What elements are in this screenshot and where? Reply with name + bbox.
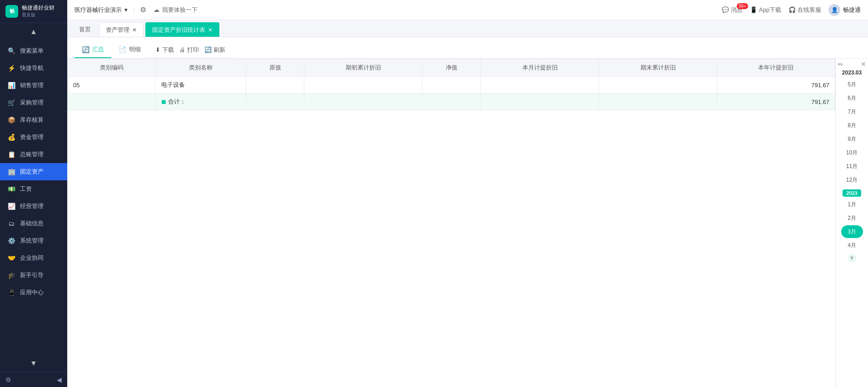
sidebar-item-salary[interactable]: 💵 工资: [0, 180, 67, 198]
chevron-down-icon: ▾: [124, 6, 128, 13]
month-9[interactable]: 9月: [841, 133, 863, 145]
search-icon: 🔍: [7, 47, 15, 55]
topbar-divider: |: [133, 6, 134, 13]
tab-fixed-depreciation[interactable]: 固定资产折旧统计表 ✕: [145, 22, 219, 37]
month-12[interactable]: 12月: [841, 174, 863, 186]
inventory-icon: 📦: [7, 116, 15, 124]
subtab-summary[interactable]: 🔄 汇总: [74, 42, 111, 58]
month-3[interactable]: 3月: [841, 225, 863, 238]
month-4[interactable]: 4月: [841, 239, 863, 252]
ops-icon: 📈: [7, 202, 15, 210]
data-table: 类别编码 类别名称 原值 期初累计折旧 净值 本月计提折旧 期末累计折旧 本年计…: [67, 59, 835, 110]
company-name: 医疗器械行业演示: [74, 6, 122, 14]
subtotal-monthly: [481, 94, 599, 110]
sidebar-item-ledger[interactable]: 📋 总账管理: [0, 146, 67, 163]
sidebar-scroll-up[interactable]: ▲: [30, 28, 37, 36]
month-8[interactable]: 8月: [841, 119, 863, 132]
sidebar-item-guide[interactable]: 🎓 新手引导: [0, 267, 67, 284]
sidebar-item-sales[interactable]: 📊 销售管理: [0, 77, 67, 94]
subtotal-code: [68, 94, 156, 110]
tabsbar: 首页 资产管理 ✕ 固定资产折旧统计表 ✕: [67, 20, 868, 37]
tab-home[interactable]: 首页: [73, 22, 97, 37]
topbar-settings-icon[interactable]: ⚙: [140, 5, 146, 14]
current-year-badge: 2023: [843, 189, 861, 197]
sidebar-item-label: 工资: [20, 185, 32, 193]
purchase-icon: 🛒: [7, 99, 15, 107]
headset-icon: 🎧: [789, 6, 796, 13]
main-area: 医疗器械行业演示 ▾ | ⚙ ☁ 我要体验一下 💬 消息 99+ 📱 App下载…: [67, 0, 868, 387]
collapse-sidebar-icon[interactable]: ◀: [57, 376, 62, 383]
basic-icon: 🗂: [7, 219, 15, 228]
collab-icon: 🤝: [7, 254, 15, 262]
subtab-detail[interactable]: 📄 明细: [111, 42, 148, 58]
toolbar: ⬇ 下载 🖨 打印 🔄 刷新: [148, 42, 233, 58]
print-label: 打印: [187, 46, 199, 54]
sidebar-item-apps[interactable]: 📱 应用中心: [0, 284, 67, 301]
online-service-button[interactable]: 🎧 在线客服: [789, 6, 821, 14]
panel-nav-down-icon[interactable]: ▼: [848, 254, 856, 262]
sidebar-scroll-down[interactable]: ▼: [30, 359, 37, 367]
sidebar-item-collab[interactable]: 🤝 企业协同: [0, 249, 67, 267]
sidebar-item-label: 总账管理: [20, 150, 44, 159]
tab-asset-mgmt[interactable]: 资产管理 ✕: [99, 22, 144, 37]
data-table-wrap: 类别编码 类别名称 原值 期初累计折旧 净值 本月计提折旧 期末累计折旧 本年计…: [67, 59, 835, 387]
sidebar-item-label: 库存核算: [20, 116, 44, 124]
sidebar-item-basic[interactable]: 🗂 基础信息: [0, 215, 67, 232]
print-button[interactable]: 🖨 打印: [179, 46, 199, 54]
sidebar-item-fixed[interactable]: 🏢 固定资产: [0, 163, 67, 180]
download-button[interactable]: ⬇ 下载: [155, 46, 174, 54]
panel-close-icon[interactable]: ✕: [861, 60, 866, 68]
month-7[interactable]: 7月: [841, 105, 863, 118]
refresh-button[interactable]: 🔄 刷新: [204, 46, 225, 54]
cloud-icon: ☁: [154, 6, 159, 13]
download-icon: ⬇: [155, 46, 160, 53]
subtab-summary-label: 汇总: [92, 45, 104, 54]
month-10[interactable]: 10月: [841, 146, 863, 159]
sidebar-item-label: 快捷导航: [20, 64, 44, 72]
sidebar-item-finance[interactable]: 💰 资金管理: [0, 129, 67, 146]
cell-end-accum: [599, 77, 717, 94]
subtotal-initial-accum: [304, 94, 422, 110]
sidebar-item-label: 资金管理: [20, 133, 44, 141]
detail-icon: 📄: [119, 46, 126, 53]
company-selector[interactable]: 医疗器械行业演示 ▾: [74, 6, 128, 14]
month-2[interactable]: 2月: [841, 212, 863, 224]
sidebar-item-system[interactable]: ⚙️ 系统管理: [0, 232, 67, 249]
sidebar-item-ops[interactable]: 📈 经营管理: [0, 198, 67, 215]
month-5[interactable]: 5月: [841, 78, 863, 91]
col-header-original: 原值: [246, 59, 304, 77]
content-area: 🔄 汇总 📄 明细 ⬇ 下载 🖨 打印 🔄 刷新: [67, 37, 868, 387]
subtotal-expand-icon: ◼: [161, 98, 166, 105]
month-1[interactable]: 1月: [841, 198, 863, 211]
apps-icon: 📱: [7, 288, 15, 297]
sidebar-item-purchase[interactable]: 🛒 采购管理: [0, 94, 67, 111]
sidebar-item-label: 固定资产: [20, 168, 44, 176]
sales-icon: 📊: [7, 81, 15, 89]
month-6[interactable]: 6月: [841, 92, 863, 104]
tab-asset-mgmt-label: 资产管理: [106, 26, 129, 34]
experience-button[interactable]: ☁ 我要体验一下: [154, 6, 198, 14]
app-download-button[interactable]: 📱 App下载: [750, 6, 781, 14]
month-11[interactable]: 11月: [841, 160, 863, 173]
sidebar-item-inventory[interactable]: 📦 库存核算: [0, 111, 67, 129]
message-button[interactable]: 💬 消息 99+: [722, 6, 743, 14]
sidebar-item-label: 搜索菜单: [20, 47, 44, 55]
salary-icon: 💵: [7, 185, 15, 193]
user-menu[interactable]: 👤 畅捷通: [828, 4, 861, 16]
sidebar-app-title: 畅捷通好业财: [22, 5, 55, 12]
col-header-monthly: 本月计提折旧: [481, 59, 599, 77]
sidebar-item-quicknav[interactable]: ⚡ 快捷导航: [0, 60, 67, 77]
tab-home-label: 首页: [79, 25, 91, 34]
tab-asset-mgmt-close[interactable]: ✕: [132, 27, 137, 33]
sidebar-version: 普及版: [22, 12, 55, 18]
panel-expand-icon[interactable]: ⇔: [838, 60, 843, 68]
tab-fixed-depreciation-close[interactable]: ✕: [208, 27, 213, 33]
col-header-net: 净值: [422, 59, 481, 77]
sidebar-item-search[interactable]: 🔍 搜索菜单: [0, 42, 67, 60]
table-row: 05 电子设备 791.67: [68, 77, 835, 94]
subtotal-end-accum: [599, 94, 717, 110]
settings-icon[interactable]: ⚙: [5, 376, 11, 383]
date-panel: ✕ ⇔ 2023.03 5月 6月 7月 8月 9月 10月 11月 12月 2…: [835, 59, 868, 387]
online-service-label: 在线客服: [798, 6, 821, 14]
sidebar: 畅 畅捷通好业财 普及版 ▲ 🔍 搜索菜单 ⚡ 快捷导航 📊 销售管理 🛒 采购…: [0, 0, 67, 387]
